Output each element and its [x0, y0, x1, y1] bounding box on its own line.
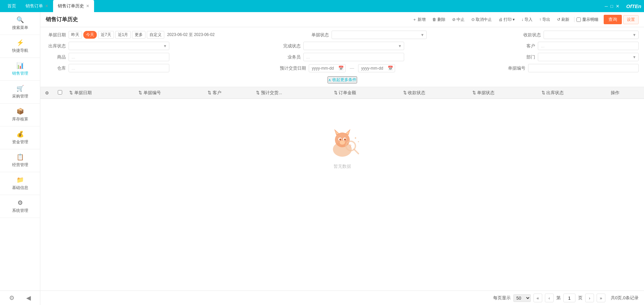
- sidebar-item-inventory-label: 库存核算: [12, 116, 28, 122]
- tab-sales-order-history-label: 销售订单历史: [58, 3, 84, 9]
- complete-select[interactable]: [303, 42, 404, 50]
- print-label: 打印: [504, 17, 512, 23]
- purchase-icon: 🛒: [16, 85, 24, 92]
- new-label: 新增: [418, 17, 426, 23]
- sidebar-item-quick-nav[interactable]: ⚡ 快捷导航: [0, 35, 40, 58]
- salesman-select[interactable]: ...: [303, 53, 404, 61]
- delivery-date-from-wrapper: 📅: [309, 64, 346, 72]
- complete-label: 完成状态: [281, 43, 301, 49]
- date-filter-label: 单据日期: [46, 32, 66, 38]
- th-settings[interactable]: ⚙: [40, 87, 54, 99]
- pay-status-select[interactable]: [544, 31, 639, 39]
- delete-button[interactable]: 🗑 删除: [430, 15, 448, 24]
- top-bar-right: ─ □ ✕ OfTEn: [605, 3, 641, 9]
- sidebar-item-finance[interactable]: 💰 资金管理: [0, 126, 40, 149]
- sidebar-item-search[interactable]: 🔍 搜索菜单: [0, 12, 40, 35]
- outbound-label: 出库状态: [46, 43, 66, 49]
- date-btn-yesterday[interactable]: 昨天: [69, 31, 82, 39]
- bill-status-select[interactable]: [332, 31, 427, 39]
- sidebar-item-sales-label: 销售管理: [12, 71, 28, 76]
- first-page-btn[interactable]: «: [533, 294, 542, 302]
- select-all-checkbox[interactable]: [58, 90, 62, 94]
- goods-select[interactable]: ...: [69, 53, 169, 61]
- window-max-icon[interactable]: □: [610, 4, 613, 9]
- query-button[interactable]: 查询: [604, 15, 622, 24]
- dept-label: 部门: [515, 54, 535, 60]
- tab-sales-order[interactable]: 销售订单 ✕: [21, 0, 53, 12]
- export-button[interactable]: ↑ 导出: [536, 15, 553, 24]
- search-icon: 🔍: [16, 16, 24, 24]
- display-checkbox[interactable]: [576, 17, 581, 22]
- delivery-date-to[interactable]: [358, 64, 395, 72]
- th-out-status[interactable]: ⇅ 出库状态: [538, 87, 607, 99]
- th-checkbox[interactable]: [54, 87, 66, 99]
- date-btn-today[interactable]: 今天: [83, 31, 97, 39]
- table-container[interactable]: ⚙ ⇅ 单据日期 ⇅ 单据编号 ⇅ 客户: [40, 87, 644, 291]
- filter-row-4: 仓库 ... 预计交货日期 📅 — 📅 单据编号: [46, 64, 639, 72]
- tab-sales-order-history-close[interactable]: ✕: [86, 4, 89, 8]
- settings-gear-icon[interactable]: ⚙: [45, 90, 49, 96]
- display-toggle[interactable]: 显示明细: [576, 17, 598, 23]
- new-button[interactable]: ＋ 新增: [410, 15, 428, 24]
- stop-button[interactable]: ⊘ 中止: [449, 15, 467, 24]
- sidebar-item-system[interactable]: ⚙ 系统管理: [0, 195, 40, 218]
- order-no-input[interactable]: [528, 64, 639, 72]
- delivery-date-from[interactable]: [309, 64, 346, 72]
- sidebar-item-operation-label: 经营管理: [12, 162, 28, 168]
- th-delivery-label: ⇅ 预计交货...: [256, 90, 282, 95]
- th-customer-label: ⇅ 客户: [208, 90, 221, 95]
- customer-select[interactable]: ...: [538, 42, 639, 50]
- th-pay-status[interactable]: ⇅ 收款状态: [400, 87, 469, 99]
- page-size-select[interactable]: 50 10 20 100: [513, 294, 531, 302]
- next-page-btn[interactable]: ›: [585, 294, 594, 302]
- date-separator: —: [350, 66, 354, 71]
- brand-label: OfTEn: [626, 3, 641, 9]
- delivery-date-label: 预计交货日期: [279, 65, 306, 71]
- date-btn-7days[interactable]: 近7天: [98, 31, 114, 39]
- prev-page-btn[interactable]: ‹: [545, 294, 554, 302]
- print-button[interactable]: 🖨 打印: [496, 15, 517, 24]
- sidebar-item-inventory[interactable]: 📦 库存核算: [0, 104, 40, 126]
- outbound-select[interactable]: [69, 42, 169, 50]
- empty-illustration: ? ✦ ✦: [322, 126, 362, 159]
- date-btn-1month[interactable]: 近1月: [115, 31, 131, 39]
- sidebar-item-basic[interactable]: 📁 基础信息: [0, 172, 40, 195]
- th-amount[interactable]: ⇅ 订单金额: [331, 87, 400, 99]
- warehouse-select[interactable]: ...: [69, 64, 169, 72]
- svg-text:✦: ✦: [357, 141, 359, 143]
- window-close-icon[interactable]: ✕: [616, 4, 619, 9]
- page-header: 销售订单历史 ＋ 新增 🗑 删除 ⊘ 中止 ⊙ 取消中止: [40, 12, 644, 27]
- date-btn-custom[interactable]: 自定义: [147, 31, 164, 39]
- sidebar-item-sales[interactable]: 📊 销售管理: [0, 58, 40, 81]
- date-btn-more[interactable]: 更多: [132, 31, 145, 39]
- sidebar-collapse-icon[interactable]: ◀: [26, 294, 31, 302]
- sidebar-item-operation[interactable]: 📋 经营管理: [0, 149, 40, 172]
- settings-button[interactable]: 设置: [623, 15, 639, 24]
- window-min-icon[interactable]: ─: [605, 4, 608, 9]
- cancel-stop-button[interactable]: ⊙ 取消中止: [469, 15, 495, 24]
- page-number-input[interactable]: [563, 294, 575, 302]
- dept-select[interactable]: [538, 53, 639, 61]
- sidebar-item-purchase[interactable]: 🛒 采购管理: [0, 81, 40, 104]
- refresh-button[interactable]: ↺ 刷新: [554, 15, 572, 24]
- delete-label: 删除: [437, 17, 445, 23]
- import-label: 导入: [524, 17, 532, 23]
- collapse-button[interactable]: ∧ 收起更多条件: [328, 76, 357, 83]
- th-customer[interactable]: ⇅ 客户: [204, 87, 253, 99]
- tab-home[interactable]: 首页: [3, 0, 21, 12]
- tab-sales-order-history[interactable]: 销售订单历史 ✕: [53, 0, 94, 12]
- toolbar-divider: [574, 17, 574, 22]
- th-delivery[interactable]: ⇅ 预计交货...: [253, 87, 331, 99]
- page-label: 第: [556, 295, 561, 301]
- sidebar-item-search-label: 搜索菜单: [12, 25, 28, 31]
- import-button[interactable]: ↓ 导入: [519, 15, 535, 24]
- th-bill-status[interactable]: ⇅ 单据状态: [469, 87, 538, 99]
- new-icon: ＋: [413, 17, 417, 23]
- sidebar-settings-icon[interactable]: ⚙: [9, 294, 14, 302]
- table-footer: 每页显示 50 10 20 100 « ‹ 第 页 › » 共0页,0条记录: [40, 291, 644, 305]
- delivery-date-to-wrapper: 📅: [358, 64, 395, 72]
- th-no[interactable]: ⇅ 单据编号: [135, 87, 204, 99]
- last-page-btn[interactable]: »: [597, 294, 605, 302]
- th-date[interactable]: ⇅ 单据日期: [66, 87, 135, 99]
- tab-sales-order-close[interactable]: ✕: [45, 4, 48, 8]
